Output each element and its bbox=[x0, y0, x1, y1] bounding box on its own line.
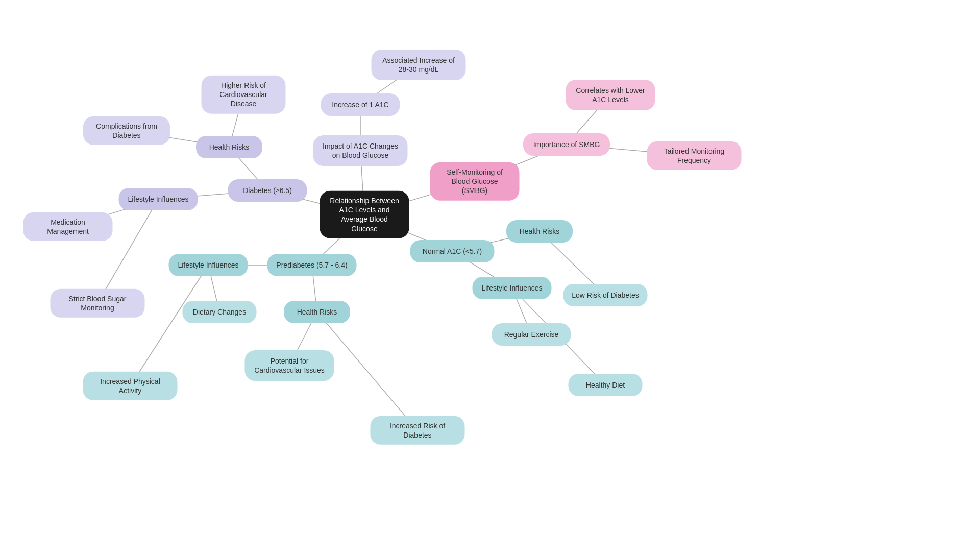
node-smbg: Self-Monitoring of Blood Glucose (SMBG) bbox=[430, 162, 520, 201]
node-dietaryChanges: Dietary Changes bbox=[183, 301, 257, 323]
node-healthRisksDiabetes: Health Risks bbox=[196, 136, 262, 158]
node-healthRisksNormal: Health Risks bbox=[506, 220, 573, 243]
node-impact_a1c: Impact of A1C Changes on Blood Glucose bbox=[313, 135, 408, 166]
node-lifestyleInfluencesDiabetes: Lifestyle Influences bbox=[119, 188, 198, 210]
node-increasedRiskDiabetes: Increased Risk of Diabetes bbox=[371, 416, 465, 445]
node-prediabetes: Prediabetes (5.7 - 6.4) bbox=[267, 254, 357, 276]
node-normalA1C: Normal A1C (<5.7) bbox=[410, 240, 495, 262]
node-potentialCardiovascular: Potential for Cardiovascular Issues bbox=[245, 350, 334, 381]
node-healthyDiet: Healthy Diet bbox=[569, 374, 643, 396]
node-associatedIncrease: Associated Increase of 28-30 mg/dL bbox=[372, 50, 466, 80]
node-correlatesLowerA1C: Correlates with Lower A1C Levels bbox=[566, 80, 655, 110]
node-lifestyleInfluencesNormal: Lifestyle Influences bbox=[473, 277, 552, 299]
node-lifestyleInfluencesPrediabetes: Lifestyle Influences bbox=[169, 254, 248, 276]
node-lowRiskDiabetes: Low Risk of Diabetes bbox=[564, 284, 648, 306]
mind-map-container: Relationship Between A1C Levels and Aver… bbox=[0, 0, 980, 553]
node-regularExercise: Regular Exercise bbox=[492, 323, 571, 346]
svg-line-13 bbox=[130, 265, 208, 386]
node-higherRiskCardio: Higher Risk of Cardiovascular Disease bbox=[202, 76, 286, 114]
node-tailoredMonitoring: Tailored Monitoring Frequency bbox=[647, 141, 742, 170]
node-diabetes: Diabetes (≥6.5) bbox=[228, 179, 307, 202]
node-complicationsDiabetes: Complications from Diabetes bbox=[83, 116, 170, 145]
node-strictBloodSugar: Strict Blood Sugar Monitoring bbox=[51, 289, 145, 318]
node-center: Relationship Between A1C Levels and Aver… bbox=[320, 191, 409, 238]
node-increasedPhysicalActivity: Increased Physical Activity bbox=[83, 372, 178, 400]
node-importanceSMBG: Importance of SMBG bbox=[523, 133, 610, 156]
node-medicationMgmt: Medication Management bbox=[23, 212, 113, 241]
node-increaseOf1A1C: Increase of 1 A1C bbox=[321, 93, 400, 116]
node-healthRisksPrediabetes: Health Risks bbox=[284, 301, 350, 323]
